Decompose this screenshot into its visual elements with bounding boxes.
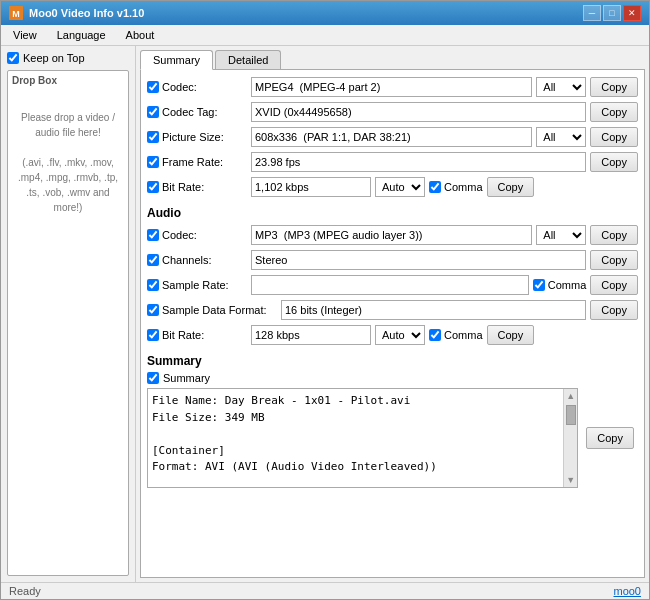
svg-text:M: M (12, 9, 20, 19)
frame-rate-copy-button[interactable]: Copy (590, 152, 638, 172)
frame-rate-label: Frame Rate: (162, 156, 223, 168)
codec-tag-row: Codec Tag: Copy (147, 101, 638, 123)
summary-filename-line: File Name: Day Break - 1x01 - Pilot.avi (152, 394, 410, 407)
audio-codec-dropdown[interactable]: All (536, 225, 586, 245)
frame-rate-row: Frame Rate: Copy (147, 151, 638, 173)
audio-bitrate-comma-label: Comma (444, 329, 483, 341)
minimize-button[interactable]: ─ (583, 5, 601, 21)
codec-tag-input[interactable] (251, 102, 586, 122)
keep-on-top-label: Keep on Top (23, 52, 85, 64)
summary-text-area: File Name: Day Break - 1x01 - Pilot.avi … (147, 388, 578, 488)
tabs: Summary Detailed (136, 46, 649, 69)
audio-codec-input[interactable] (251, 225, 532, 245)
summary-copy-button[interactable]: Copy (586, 427, 634, 449)
status-link[interactable]: moo0 (613, 585, 641, 597)
channels-label-area: Channels: (147, 254, 247, 266)
maximize-button[interactable]: □ (603, 5, 621, 21)
picture-size-label-area: Picture Size: (147, 131, 247, 143)
picture-size-label: Picture Size: (162, 131, 224, 143)
close-button[interactable]: ✕ (623, 5, 641, 21)
summary-checkbox[interactable] (147, 372, 159, 384)
codec-label: Codec: (162, 81, 197, 93)
summary-copy-area: Copy (582, 388, 638, 488)
sample-data-format-checkbox[interactable] (147, 304, 159, 316)
picture-size-input[interactable] (251, 127, 532, 147)
main-content: Keep on Top Drop Box Please drop a video… (1, 46, 649, 582)
tab-summary[interactable]: Summary (140, 50, 213, 70)
sample-rate-row: Sample Rate: Comma Copy (147, 274, 638, 296)
picture-size-dropdown[interactable]: All (536, 127, 586, 147)
keep-on-top-row: Keep on Top (7, 52, 129, 64)
video-bitrate-row: Bit Rate: Auto kbps Mbps Comma Copy (147, 176, 638, 198)
summary-checkbox-row: Summary (147, 372, 638, 384)
video-bitrate-checkbox[interactable] (147, 181, 159, 193)
audio-codec-checkbox[interactable] (147, 229, 159, 241)
channels-input[interactable] (251, 250, 586, 270)
drop-box[interactable]: Drop Box Please drop a video / audio fil… (7, 70, 129, 576)
channels-checkbox[interactable] (147, 254, 159, 266)
sample-data-format-label: Sample Data Format: (162, 304, 267, 316)
audio-bitrate-label-area: Bit Rate: (147, 329, 247, 341)
title-bar: M Moo0 Video Info v1.10 ─ □ ✕ (1, 1, 649, 25)
audio-bitrate-input[interactable] (251, 325, 371, 345)
picture-size-row: Picture Size: All Copy (147, 126, 638, 148)
audio-section-header: Audio (147, 206, 638, 220)
sample-data-format-row: Sample Data Format: Copy (147, 299, 638, 321)
channels-copy-button[interactable]: Copy (590, 250, 638, 270)
sample-data-format-copy-button[interactable]: Copy (590, 300, 638, 320)
audio-bitrate-checkbox[interactable] (147, 329, 159, 341)
summary-section: Summary File Name: Day Break - 1x01 - Pi… (147, 372, 638, 488)
audio-bitrate-comma-checkbox[interactable] (429, 329, 441, 341)
video-bitrate-input[interactable] (251, 177, 371, 197)
tab-detailed[interactable]: Detailed (215, 50, 281, 69)
audio-codec-row: Codec: All Copy (147, 224, 638, 246)
frame-rate-label-area: Frame Rate: (147, 156, 247, 168)
picture-size-copy-button[interactable]: Copy (590, 127, 638, 147)
menu-language[interactable]: Language (49, 27, 114, 43)
codec-row: Codec: All Video Audio Copy (147, 76, 638, 98)
video-bitrate-copy-button[interactable]: Copy (487, 177, 535, 197)
codec-input[interactable] (251, 77, 532, 97)
codec-dropdown[interactable]: All Video Audio (536, 77, 586, 97)
codec-tag-label-area: Codec Tag: (147, 106, 247, 118)
audio-bitrate-dropdown[interactable]: Auto kbps (375, 325, 425, 345)
drop-box-title: Drop Box (12, 75, 124, 86)
audio-bitrate-copy-button[interactable]: Copy (487, 325, 535, 345)
sample-data-format-label-area: Sample Data Format: (147, 304, 277, 316)
sample-rate-checkbox[interactable] (147, 279, 159, 291)
video-bitrate-label: Bit Rate: (162, 181, 204, 193)
codec-checkbox[interactable] (147, 81, 159, 93)
summary-text-content: File Name: Day Break - 1x01 - Pilot.avi … (148, 389, 563, 487)
video-bitrate-dropdown[interactable]: Auto kbps Mbps (375, 177, 425, 197)
summary-scrollbar-thumb[interactable] (566, 405, 576, 425)
sample-rate-input[interactable] (251, 275, 529, 295)
codec-copy-button[interactable]: Copy (590, 77, 638, 97)
summary-scrollbar[interactable]: ▲ ▼ (563, 389, 577, 487)
audio-bitrate-comma-area: Comma (429, 329, 483, 341)
codec-tag-copy-button[interactable]: Copy (590, 102, 638, 122)
keep-on-top-checkbox[interactable] (7, 52, 19, 64)
audio-codec-copy-button[interactable]: Copy (590, 225, 638, 245)
summary-area: File Name: Day Break - 1x01 - Pilot.avi … (147, 388, 638, 488)
drop-box-formats: (.avi, .flv, .mkv, .mov, .mp4, .mpg, .rm… (18, 157, 118, 213)
sample-rate-label-area: Sample Rate: (147, 279, 247, 291)
video-bitrate-comma-label: Comma (444, 181, 483, 193)
sample-data-format-input[interactable] (281, 300, 586, 320)
sample-rate-copy-button[interactable]: Copy (590, 275, 638, 295)
summary-format-line: Format: AVI (AVI (Audio Video Interleave… (152, 460, 437, 473)
drop-box-content: Please drop a video / audio file here! (… (12, 90, 124, 223)
codec-tag-checkbox[interactable] (147, 106, 159, 118)
window-title: Moo0 Video Info v1.10 (29, 7, 144, 19)
right-panel: Summary Detailed Codec: All Video Audio (136, 46, 649, 582)
menu-about[interactable]: About (118, 27, 163, 43)
frame-rate-checkbox[interactable] (147, 156, 159, 168)
menu-view[interactable]: View (5, 27, 45, 43)
app-icon: M (9, 6, 23, 20)
summary-container-line: [Container] (152, 444, 225, 457)
tab-content-summary: Codec: All Video Audio Copy Codec Tag: (140, 69, 645, 578)
picture-size-checkbox[interactable] (147, 131, 159, 143)
frame-rate-input[interactable] (251, 152, 586, 172)
video-bitrate-comma-checkbox[interactable] (429, 181, 441, 193)
sample-rate-comma-checkbox[interactable] (533, 279, 545, 291)
channels-row: Channels: Copy (147, 249, 638, 271)
